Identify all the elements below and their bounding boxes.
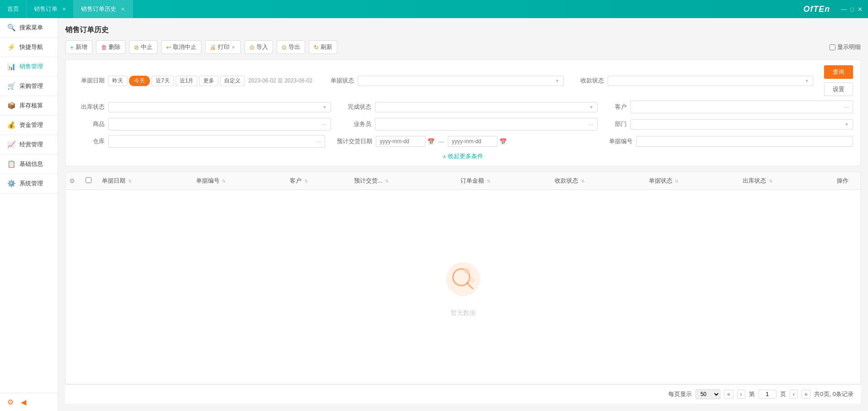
calendar-from-icon[interactable]: 📅 [427,138,435,145]
salesperson-select[interactable]: ··· [375,118,598,131]
data-table: ⚙ 单据日期 ⇅ 单据编号 ⇅ [66,172,860,190]
stop-button[interactable]: ⊘ 中止 [129,40,158,54]
th-order-status-sort[interactable]: ⇅ [675,179,678,184]
sidebar-item-purchase[interactable]: 🛒 采购管理 [0,77,58,96]
complete-status-select[interactable]: ▼ [375,102,598,112]
product-select[interactable]: ··· [108,118,331,131]
sidebar-item-search[interactable]: 🔍 搜索菜单 [0,18,58,38]
minimize-btn[interactable]: — [841,6,847,13]
th-checkbox [82,172,98,190]
sidebar-item-finance[interactable]: 💰 资金管理 [0,116,58,135]
order-number-input[interactable] [636,136,853,147]
table-settings-icon[interactable]: ⚙ [69,177,75,184]
th-date-sort[interactable]: ⇅ [128,179,132,184]
department-select[interactable]: ▼ [630,119,853,130]
prev-page-btn[interactable]: ‹ [737,390,745,399]
display-toggle-checkbox[interactable] [830,44,835,50]
sidebar-label-operations: 经营管理 [19,140,43,149]
order-status-select[interactable]: ▼ [358,76,563,86]
th-delivery-status-sort[interactable]: ⇅ [769,179,772,184]
query-button[interactable]: 查询 [824,65,853,79]
department-control: ▼ [630,119,853,130]
delivery-date-to[interactable] [448,136,498,147]
payment-status-select[interactable]: ▼ [608,76,813,86]
purchase-icon: 🛒 [7,82,16,90]
sidebar-item-quicknav[interactable]: ⚡ 快捷导航 [0,38,58,57]
warehouse-dots[interactable]: ··· [316,138,321,145]
filter-row-4: 仓库 ··· 预计交货日期 📅 — 📅 单据编号 [73,135,853,148]
cancel-stop-button[interactable]: ↩ 取消中止 [161,40,201,54]
close-btn[interactable]: ✕ [858,6,863,13]
sidebar-label-inventory: 库存核算 [19,102,43,110]
product-dots[interactable]: ··· [321,121,327,128]
page-number-input[interactable] [758,390,777,399]
date-range-text: 2023-06-02 至 2023-06-02 [248,77,312,85]
th-delivery-sort[interactable]: ⇅ [385,179,388,184]
finance-icon: 💰 [7,121,16,129]
first-page-btn[interactable]: « [724,390,734,399]
salesperson-dots[interactable]: ··· [588,121,594,128]
maximize-btn[interactable]: □ [850,6,854,13]
th-customer-sort[interactable]: ⇅ [304,179,308,184]
operations-icon: 📈 [7,140,16,149]
calendar-to-icon[interactable]: 📅 [499,138,507,145]
delivery-date-control: 📅 — 📅 [376,136,593,147]
tab-sales-order[interactable]: 销售订单 ✕ [27,0,74,18]
delete-button[interactable]: 🗑 删除 [96,40,125,54]
filter-row-2: 出库状态 ▼ 完成状态 ▼ 客户 [73,101,853,113]
import-label: 导入 [256,43,268,51]
refresh-button[interactable]: ↻ 刷新 [309,40,337,54]
empty-state: 暂无数据 [66,190,860,384]
empty-text: 暂无数据 [451,309,476,317]
payment-status-label: 收款状态 [575,77,604,85]
date-btn-1month[interactable]: 近1月 [176,76,198,86]
top-tabs: 首页 销售订单 ✕ 销售订单历史 ✕ [0,0,791,18]
delivery-date-from[interactable] [376,136,426,147]
date-separator: — [438,138,444,145]
export-button[interactable]: ⊙ 导出 [277,40,305,54]
sidebar: 🔍 搜索菜单 ⚡ 快捷导航 📊 销售管理 🛒 采购管理 📦 库存核算 💰 资金管… [0,18,58,411]
last-page-btn[interactable]: » [801,390,811,399]
date-btn-custom[interactable]: 自定义 [220,76,245,86]
salesperson-label: 业务员 [342,120,371,128]
warehouse-control: ··· [108,135,325,148]
display-toggle[interactable]: 显示明细 [830,43,861,51]
settings-bottom-icon[interactable]: ⚙ [7,398,14,406]
th-number-sort[interactable]: ⇅ [222,179,225,184]
customer-select[interactable]: ··· [630,101,853,113]
th-payment-sort[interactable]: ⇅ [581,179,585,184]
delivery-status-control: ▼ [108,102,331,112]
import-button[interactable]: ⊙ 导入 [245,40,273,54]
date-btn-more[interactable]: 更多 [199,76,218,86]
complete-status-chevron: ▼ [589,105,594,110]
tab-sales-order-close[interactable]: ✕ [62,6,66,12]
tab-sales-history[interactable]: 销售订单历史 ✕ [74,0,133,18]
sidebar-item-system[interactable]: ⚙️ 系统管理 [0,174,58,193]
date-btn-7days[interactable]: 近7天 [152,76,174,86]
tab-home[interactable]: 首页 [0,0,27,18]
order-number-label: 单据编号 [603,137,633,145]
date-btn-today[interactable]: 今天 [129,76,150,86]
collapse-sidebar-icon[interactable]: ◀ [21,398,26,406]
sidebar-item-operations[interactable]: 📈 经营管理 [0,135,58,155]
product-label: 商品 [73,120,105,128]
set-button[interactable]: 设置 [824,82,853,96]
svg-point-0 [446,262,480,296]
filter-row-date: 单据日期 昨天 今天 近7天 近1月 更多 自定义 2023-06-02 至 2… [73,65,853,96]
print-button[interactable]: 🖨 打印 ▼ [205,40,241,54]
customer-dots[interactable]: ··· [844,103,849,111]
date-btn-yesterday[interactable]: 昨天 [108,76,127,86]
sidebar-item-sales[interactable]: 📊 销售管理 [0,57,58,77]
th-delivery-date: 预计交货... ⇅ [350,172,457,190]
sidebar-item-basic-info[interactable]: 📋 基础信息 [0,155,58,174]
next-page-btn[interactable]: › [790,390,798,399]
tab-sales-history-close[interactable]: ✕ [121,6,125,12]
select-all-checkbox[interactable] [86,177,91,183]
collapse-bar[interactable]: ∧ 收起更多条件 [73,152,853,160]
th-amount-sort[interactable]: ⇅ [487,179,490,184]
sidebar-item-inventory[interactable]: 📦 库存核算 [0,96,58,116]
warehouse-select[interactable]: ··· [108,135,325,148]
delivery-status-select[interactable]: ▼ [108,102,331,112]
per-page-select[interactable]: 10 20 50 100 [695,389,720,399]
add-button[interactable]: + 新增 [65,40,92,54]
